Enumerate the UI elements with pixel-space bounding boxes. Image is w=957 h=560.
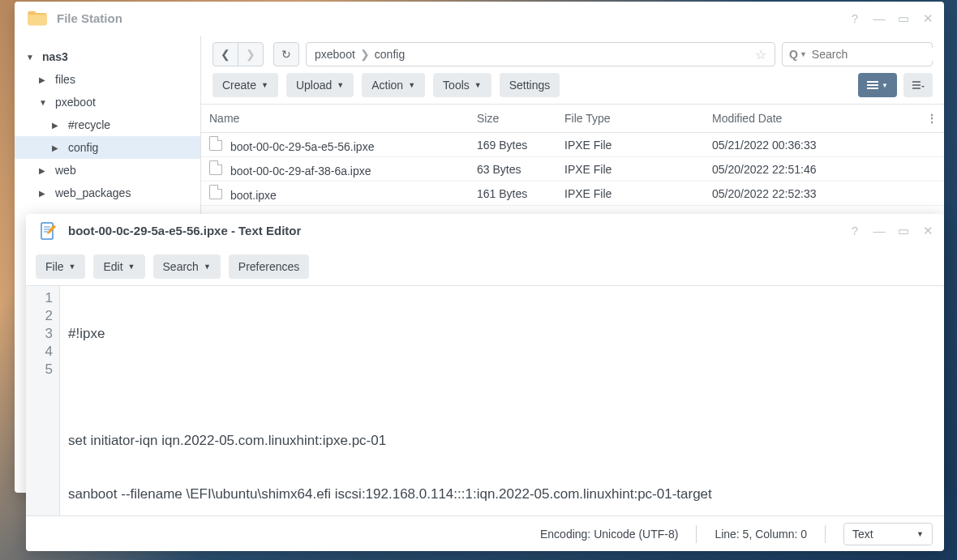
more-columns-icon[interactable]: ⋮: [920, 112, 944, 125]
edit-menu[interactable]: Edit▼: [93, 254, 144, 279]
search-menu[interactable]: Search▼: [153, 254, 221, 279]
code-line: #!ipxe: [68, 325, 944, 343]
chevron-right-icon: ▶: [39, 189, 50, 198]
window-title: boot-00-0c-29-5a-e5-56.ipxe - Text Edito…: [68, 224, 301, 237]
nav-toolbar: ❮ ❯ ↻ pxeboot ❯ config ☆ Q ▼: [201, 36, 944, 73]
code-area[interactable]: #!ipxe set initiator-iqn iqn.2022-05.com…: [60, 286, 944, 515]
help-icon[interactable]: ?: [848, 224, 861, 238]
chevron-down-icon: ▼: [916, 530, 924, 538]
maximize-icon[interactable]: ▭: [897, 11, 910, 26]
code-line: set initiator-iqn iqn.2022-05.com.linuxh…: [68, 432, 944, 450]
tree-item-web[interactable]: ▶ web: [15, 159, 200, 182]
tree-item-files[interactable]: ▶ files: [15, 68, 200, 91]
col-type[interactable]: File Type: [556, 112, 704, 125]
editor-menubar: File▼ Edit▼ Search▼ Preferences: [26, 248, 944, 286]
col-size[interactable]: Size: [469, 112, 556, 125]
window-title: File Station: [57, 11, 848, 25]
line-gutter: 12345: [26, 286, 60, 515]
upload-button[interactable]: Upload▼: [286, 73, 354, 97]
breadcrumb-seg[interactable]: pxeboot: [315, 48, 355, 61]
search-input[interactable]: Q ▼: [782, 42, 933, 66]
close-icon[interactable]: ✕: [921, 224, 934, 238]
list-view-button[interactable]: ▼: [858, 73, 897, 97]
file-icon: [209, 185, 222, 199]
titlebar[interactable]: boot-00-0c-29-5a-e5-56.ipxe - Text Edito…: [26, 214, 944, 248]
file-menu[interactable]: File▼: [36, 254, 85, 279]
chevron-right-icon: ▶: [39, 166, 50, 175]
maximize-icon[interactable]: ▭: [897, 224, 910, 238]
settings-button[interactable]: Settings: [500, 73, 560, 97]
chevron-right-icon: ▶: [52, 121, 63, 130]
refresh-button[interactable]: ↻: [273, 42, 299, 66]
chevron-down-icon[interactable]: ▼: [800, 50, 807, 58]
preferences-button[interactable]: Preferences: [229, 254, 309, 279]
create-button[interactable]: Create▼: [212, 73, 278, 97]
chevron-down-icon: ▼: [39, 98, 50, 107]
col-modified[interactable]: Modified Date: [704, 112, 920, 125]
text-editor-window: boot-00-0c-29-5a-e5-56.ipxe - Text Edito…: [26, 214, 944, 551]
cursor-position: Line: 5, Column: 0: [715, 528, 807, 541]
breadcrumb-seg[interactable]: config: [375, 48, 405, 61]
search-field[interactable]: [812, 48, 944, 61]
syntax-mode-select[interactable]: Text ▼: [843, 523, 933, 545]
chevron-right-icon: ▶: [52, 143, 63, 152]
action-toolbar: Create▼ Upload▼ Action▼ Tools▼ Settings …: [201, 73, 944, 104]
tree-item-recycle[interactable]: ▶ #recycle: [15, 113, 200, 136]
tree-item-web-packages[interactable]: ▶ web_packages: [15, 182, 200, 204]
action-button[interactable]: Action▼: [362, 73, 425, 97]
minimize-icon[interactable]: —: [873, 11, 886, 26]
close-icon[interactable]: ✕: [921, 11, 934, 26]
tree-item-pxeboot[interactable]: ▼ pxeboot: [15, 91, 200, 113]
code-line: [68, 378, 944, 396]
chevron-right-icon: ▶: [39, 75, 50, 84]
tree-item-config[interactable]: ▶ config: [15, 136, 200, 159]
star-icon[interactable]: ☆: [755, 47, 766, 62]
file-icon: [209, 160, 222, 175]
col-name[interactable]: Name: [201, 112, 469, 125]
folder-icon: [24, 6, 50, 32]
tree-root[interactable]: ▼ nas3: [15, 45, 200, 68]
file-icon: [209, 136, 222, 151]
forward-button[interactable]: ❯: [238, 42, 264, 66]
minimize-icon[interactable]: —: [873, 224, 886, 238]
text-editor-icon: [36, 218, 62, 244]
help-icon[interactable]: ?: [848, 11, 861, 26]
chevron-down-icon: ▼: [26, 53, 37, 62]
table-row[interactable]: boot-00-0c-29-af-38-6a.ipxe 63 Bytes IPX…: [201, 157, 944, 182]
encoding-status: Encoding: Unicode (UTF-8): [540, 528, 678, 541]
statusbar: Encoding: Unicode (UTF-8) Line: 5, Colum…: [26, 515, 944, 551]
chevron-right-icon: ❯: [360, 48, 370, 61]
list-icon: [867, 81, 878, 89]
code-editor[interactable]: 12345 #!ipxe set initiator-iqn iqn.2022-…: [26, 286, 944, 515]
back-button[interactable]: ❮: [212, 42, 238, 66]
search-icon: Q: [789, 48, 798, 61]
sort-button[interactable]: [903, 73, 933, 97]
titlebar[interactable]: File Station ? — ▭ ✕: [15, 2, 944, 36]
table-row[interactable]: boot-00-0c-29-5a-e5-56.ipxe 169 Bytes IP…: [201, 133, 944, 157]
breadcrumb[interactable]: pxeboot ❯ config ☆: [306, 42, 775, 66]
code-line: sanboot --filename \EFI\ubuntu\shimx64.e…: [68, 485, 944, 503]
tools-button[interactable]: Tools▼: [433, 73, 491, 97]
table-row[interactable]: boot.ipxe 161 Bytes IPXE File 05/20/2022…: [201, 182, 944, 206]
